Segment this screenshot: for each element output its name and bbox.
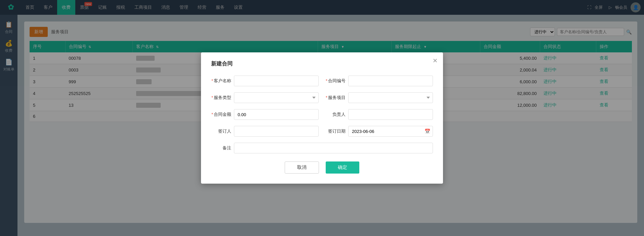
remark-group: 备注 [211,143,433,153]
service-type-select[interactable] [234,92,319,103]
sign-date-label: 签订日期 [325,128,346,134]
contract-amount-group: *合同金额 [211,109,319,120]
contract-amount-input[interactable] [234,109,319,120]
required-star: * [326,95,327,100]
signer-input[interactable] [234,126,319,137]
form-row-3: *合同金额 负责人 [211,109,433,120]
remark-label: 备注 [211,145,231,151]
calendar-icon[interactable]: 📅 [425,129,430,134]
customer-name-label: *客户名称 [211,78,231,84]
modal-footer: 取消 确定 [211,161,433,174]
responsible-group: 负责人 [325,109,433,120]
confirm-button[interactable]: 确定 [326,161,359,174]
responsible-input[interactable] [348,109,433,120]
modal-overlay[interactable]: ✕ 新建合同 *客户名称 *合同编号 *服务类型 [0,0,644,236]
service-item-label: *服务项目 [325,95,346,101]
customer-name-group: *客户名称 [211,76,319,86]
cancel-button[interactable]: 取消 [285,161,319,174]
required-star: * [211,78,213,83]
sign-date-input[interactable] [348,126,433,137]
form-row-2: *服务类型 *服务项目 [211,92,433,103]
contract-amount-label: *合同金额 [211,111,231,117]
service-item-select[interactable] [348,92,433,103]
customer-name-input[interactable] [234,76,319,86]
contract-no-label: *合同编号 [325,78,346,84]
service-type-label: *服务类型 [211,95,231,101]
signer-label: 签订人 [211,128,231,134]
service-item-group: *服务项目 [325,92,433,103]
modal-close-button[interactable]: ✕ [433,57,438,64]
new-contract-modal: ✕ 新建合同 *客户名称 *合同编号 *服务类型 [201,52,443,184]
required-star: * [211,112,213,117]
form-row-5: 备注 [211,143,433,153]
required-star: * [326,78,327,83]
contract-no-group: *合同编号 [325,76,433,86]
required-star: * [211,95,213,100]
form-row-1: *客户名称 *合同编号 [211,76,433,86]
form-row-4: 签订人 签订日期 📅 [211,126,433,137]
contract-no-input[interactable] [348,76,433,86]
signer-group: 签订人 [211,126,319,137]
modal-title: 新建合同 [211,60,433,67]
service-type-group: *服务类型 [211,92,319,103]
sign-date-wrapper: 📅 [348,126,433,137]
sign-date-group: 签订日期 📅 [325,126,433,137]
responsible-label: 负责人 [325,111,346,117]
remark-input[interactable] [234,143,433,153]
